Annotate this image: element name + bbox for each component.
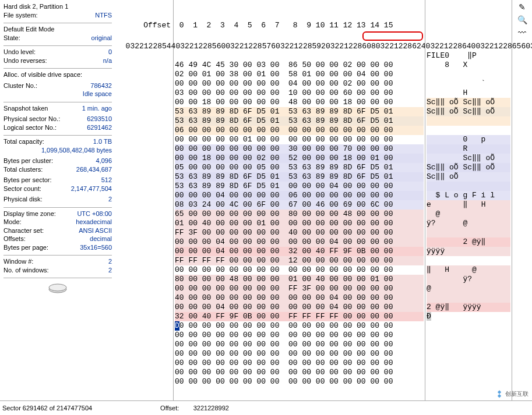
ascii-row[interactable]: FILE0 ‖P — [427, 51, 510, 61]
state-value: original — [91, 34, 112, 42]
offset-header: Offset — [117, 21, 171, 33]
hex-row[interactable]: 65 00 00 00 00 00 00 00 80 00 00 00 48 0… — [175, 210, 424, 219]
hex-row[interactable]: 06 00 00 00 00 00 00 00 00 00 00 00 00 0… — [175, 126, 424, 135]
ascii-row[interactable]: Sc‖‖ oÕ — [427, 172, 510, 182]
disk-icon — [3, 283, 112, 296]
ascii-row[interactable]: R — [427, 144, 510, 154]
hex-row[interactable]: 00 00 00 04 00 00 00 00 00 00 00 04 00 0… — [175, 303, 424, 312]
ascii-row[interactable]: Sc‖‖ oÕ — [427, 154, 510, 163]
watermark-logo: 创新互联 — [495, 389, 529, 399]
ascii-row[interactable] — [427, 321, 510, 331]
hex-row[interactable]: 80 00 00 00 48 00 00 00 01 00 40 00 00 0… — [175, 275, 424, 284]
hex-row[interactable]: 02 00 01 00 38 00 01 00 58 01 00 00 00 0… — [175, 70, 424, 79]
svg-point-1 — [49, 284, 66, 291]
ascii-row[interactable] — [427, 349, 510, 359]
status-offset: 3221228992 — [193, 405, 229, 412]
hex-row[interactable]: D0 00 00 00 00 00 00 00 00 00 00 00 00 0… — [175, 321, 424, 331]
hex-row[interactable]: 00 00 00 00 00 00 00 00 00 00 00 00 00 0… — [175, 331, 424, 340]
hex-row[interactable]: 53 63 89 89 8D 6F D5 01 00 00 00 04 00 0… — [175, 182, 424, 191]
hex-row[interactable]: 00 00 00 04 00 00 00 00 00 00 00 04 00 0… — [175, 237, 424, 247]
ascii-row[interactable] — [427, 70, 510, 79]
ascii-row[interactable] — [427, 359, 510, 368]
ascii-row[interactable] — [427, 182, 510, 191]
hex-row[interactable]: 32 00 40 FF 9F 0B 00 00 FF FF FF FF 00 0… — [175, 312, 424, 321]
hex-row[interactable]: 53 63 89 89 8D 6F D5 01 53 63 89 89 8D 6… — [175, 172, 424, 182]
ascii-row[interactable] — [427, 340, 510, 349]
hex-row[interactable]: FF FF FF FF 00 00 00 00 12 00 00 00 00 0… — [175, 256, 424, 265]
hex-row[interactable]: 00 00 00 00 00 00 00 00 FF 3F 00 00 00 0… — [175, 284, 424, 293]
ascii-row[interactable]: 0 p — [427, 135, 510, 144]
ascii-row[interactable]: Sc‖‖ oÕ Sc‖‖ oÕ — [427, 98, 510, 107]
ascii-row[interactable]: ` — [427, 79, 510, 88]
disk-label: Hard disk 2, Partition 1 — [3, 2, 68, 11]
hex-row[interactable]: 53 63 89 89 8D 6F D5 01 53 63 89 89 8D 6… — [175, 116, 424, 126]
hex-row[interactable]: 00 00 00 00 00 00 00 00 00 00 00 00 00 0… — [175, 368, 424, 377]
hex-row[interactable]: 40 00 00 00 00 00 00 00 00 00 00 04 00 0… — [175, 293, 424, 303]
filesystem-value: NTFS — [95, 11, 112, 20]
hex-row[interactable]: 00 00 00 00 00 00 00 00 00 00 00 00 00 0… — [175, 359, 424, 368]
ascii-column[interactable]: FILE0 ‖P 8 X ` H Sc‖‖ oÕ Sc‖‖ oÕ Sc‖‖ oÕ… — [425, 0, 512, 400]
ascii-row[interactable] — [427, 228, 510, 237]
hex-row[interactable]: 05 00 00 00 00 00 05 00 53 63 89 89 8D 6… — [175, 163, 424, 172]
ascii-row[interactable] — [427, 293, 510, 303]
status-sector: Sector 6291462 of 2147477504 — [2, 405, 119, 412]
search-icon[interactable]: 🔍 — [517, 15, 527, 24]
pencil-icon[interactable]: ✎ — [519, 2, 526, 12]
hex-row[interactable]: 00 00 00 04 00 00 00 00 32 00 40 FF 9F 0… — [175, 247, 424, 256]
ascii-row[interactable]: $ L o g F i l — [427, 191, 510, 200]
ascii-row[interactable]: 2 @ÿ‖ ÿÿÿÿ — [427, 303, 510, 312]
hex-row[interactable]: 00 00 00 00 00 00 00 00 00 00 00 00 00 0… — [175, 377, 424, 386]
hex-row[interactable]: 01 00 40 00 00 00 01 00 00 00 00 00 00 0… — [175, 219, 424, 228]
ascii-row[interactable]: ÿÿÿÿ — [427, 247, 510, 256]
offset-column[interactable]: Offset 032212285440322122856003221228576… — [115, 0, 174, 400]
hex-row[interactable]: 00 00 00 04 00 00 00 00 06 00 00 00 00 0… — [175, 191, 424, 200]
hex-row[interactable]: 00 00 18 00 00 00 02 00 52 00 00 00 18 0… — [175, 154, 424, 163]
ascii-row[interactable]: Ð — [427, 312, 510, 321]
hex-row[interactable]: 08 03 24 00 4C 00 6F 00 67 00 46 00 69 0… — [175, 200, 424, 210]
hex-row[interactable]: 46 49 4C 45 30 00 03 00 86 50 00 00 02 0… — [175, 61, 424, 70]
offset-value: 03221228544 — [126, 42, 176, 51]
info-sidebar: Hard disk 2, Partition 1 File system:NTF… — [0, 0, 115, 400]
ascii-row[interactable]: ÿ? — [427, 275, 510, 284]
ascii-row[interactable]: @ — [427, 210, 510, 219]
ascii-row[interactable]: Sc‖‖ oÕ Sc‖‖ oÕ — [427, 107, 510, 116]
ascii-row[interactable]: ‖ H @ — [427, 265, 510, 275]
hex-column[interactable]: 0 1 2 3 4 5 6 7 8 9 10 11 12 13 14 15 46… — [174, 0, 425, 400]
wave-icon[interactable]: 〰 — [518, 28, 526, 37]
tool-strip: ✎ 🔍 〰 — [512, 0, 532, 400]
hex-row[interactable]: 00 00 00 00 00 00 00 00 04 00 00 00 02 0… — [175, 79, 424, 88]
ascii-row[interactable]: ÿ? @ — [427, 219, 510, 228]
ascii-row[interactable]: 8 X — [427, 61, 510, 70]
ascii-row[interactable]: @ — [427, 284, 510, 293]
ascii-row[interactable] — [427, 256, 510, 265]
hex-row[interactable]: 03 00 00 00 00 00 00 00 10 00 00 00 60 0… — [175, 88, 424, 98]
hex-row[interactable]: 00 00 00 00 00 00 00 00 00 00 00 00 00 0… — [175, 349, 424, 359]
ascii-row[interactable]: Sc‖‖ oÕ Sc‖‖ oÕ — [427, 163, 510, 172]
ascii-row[interactable] — [427, 331, 510, 340]
hex-row[interactable]: FF 3F 00 00 00 00 00 00 40 00 00 00 00 0… — [175, 228, 424, 237]
hex-row[interactable]: 00 00 18 00 00 00 00 00 48 00 00 00 18 0… — [175, 98, 424, 107]
hex-row[interactable]: 00 00 00 00 00 00 00 00 00 00 00 00 00 0… — [175, 265, 424, 275]
highlight-circle-icon — [362, 31, 423, 41]
hex-row[interactable]: 53 63 89 89 8D 6F D5 01 53 63 89 89 8D 6… — [175, 107, 424, 116]
hex-row[interactable]: 00 00 00 00 00 00 00 00 00 00 00 00 00 0… — [175, 340, 424, 349]
hex-header: 0 1 2 3 4 5 6 7 8 9 10 11 12 13 14 15 — [175, 21, 424, 33]
hex-row[interactable]: 00 00 00 00 00 00 00 00 30 00 00 00 70 0… — [175, 144, 424, 154]
ascii-row[interactable]: H — [427, 88, 510, 98]
cluster-no: 786432 — [90, 81, 112, 90]
ascii-row[interactable]: 2 @ÿ‖ — [427, 237, 510, 247]
ascii-row[interactable] — [427, 126, 510, 135]
hex-row[interactable]: 00 00 00 00 00 01 00 00 00 00 00 00 00 0… — [175, 135, 424, 144]
ascii-row[interactable] — [427, 368, 510, 377]
ascii-row[interactable]: e ‖ H — [427, 200, 510, 210]
ascii-row[interactable] — [427, 116, 510, 126]
status-bar: Sector 6291462 of 2147477504 Offset: 322… — [0, 400, 532, 415]
